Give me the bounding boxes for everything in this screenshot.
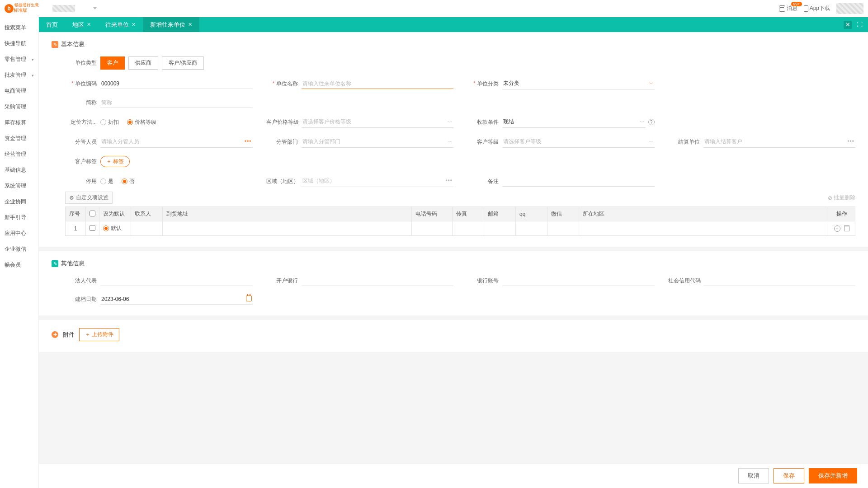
section-icon: ✎: [52, 41, 58, 48]
pay-condition-select[interactable]: 现结﹀: [502, 116, 646, 128]
unit-type-both[interactable]: 客户/供应商: [162, 56, 204, 70]
sidebar-item-member[interactable]: 畅会员: [0, 257, 38, 273]
sidebar-item-purchase[interactable]: 采购管理: [0, 99, 38, 115]
cell-ship-addr[interactable]: [163, 221, 412, 236]
cell-fax[interactable]: [453, 221, 484, 236]
pricing-level-radio[interactable]: 价格等级: [127, 118, 156, 126]
section-title-attach: 附件: [63, 331, 75, 339]
add-row-button[interactable]: +: [834, 225, 840, 232]
table-row: 1 默认 +: [66, 221, 855, 236]
sidebar-item-guide[interactable]: 新手引导: [0, 210, 38, 225]
sidebar-item-inventory[interactable]: 库存核算: [0, 115, 38, 131]
tab-home[interactable]: 首页: [39, 17, 65, 32]
tab-region[interactable]: 地区✕: [65, 17, 98, 32]
chevron-down-icon: ﹀: [649, 80, 654, 87]
col-region: 所在地区: [579, 207, 828, 221]
cell-region[interactable]: [579, 221, 828, 236]
sidebar-item-app-center[interactable]: 应用中心: [0, 225, 38, 241]
calendar-icon[interactable]: [246, 296, 252, 301]
app-download-label: App下载: [810, 5, 830, 12]
label-pricing-method: 定价方法...: [65, 118, 100, 126]
settle-unit-input[interactable]: 请输入结算客户•••: [703, 136, 856, 148]
caret-icon: ▾: [32, 73, 34, 78]
cust-price-level-select[interactable]: 请选择客户价格等级﹀: [302, 116, 454, 128]
save-and-new-button[interactable]: 保存并新增: [809, 468, 857, 483]
sidebar-item-wecom[interactable]: 企业微信: [0, 241, 38, 257]
upload-attachment-button[interactable]: ＋上传附件: [79, 328, 119, 341]
unit-code-input[interactable]: [100, 79, 253, 89]
sidebar-item-wholesale[interactable]: 批发管理▾: [0, 67, 38, 83]
short-name-input[interactable]: [100, 98, 253, 108]
row-default-radio[interactable]: 默认: [103, 225, 127, 232]
batch-delete-button[interactable]: ⊘批量删除: [828, 194, 855, 202]
user-avatar[interactable]: [836, 3, 863, 14]
col-check: [86, 207, 99, 221]
bank-account-input[interactable]: [502, 276, 655, 286]
section-title-other: 其他信息: [61, 259, 85, 267]
sidebar: 搜索菜单 快捷导航 零售管理▾ 批发管理▾ 电商管理 采购管理 库存核算 资金管…: [0, 17, 39, 488]
col-default: 设为默认: [99, 207, 131, 221]
cell-qq[interactable]: [516, 221, 547, 236]
unit-name-input[interactable]: [302, 79, 454, 89]
cell-wechat[interactable]: [547, 221, 579, 236]
sidebar-item-operation[interactable]: 经营管理: [0, 146, 38, 162]
col-qq: qq: [516, 207, 547, 221]
sidebar-item-retail[interactable]: 零售管理▾: [0, 52, 38, 67]
label-legal-rep: 法人代表: [65, 277, 100, 285]
label-pay-condition: 收款条件: [467, 118, 502, 126]
sidebar-item-ecommerce[interactable]: 电商管理: [0, 83, 38, 99]
add-tag-button[interactable]: ＋标签: [100, 156, 130, 167]
unit-type-supplier[interactable]: 供应商: [128, 56, 158, 70]
close-all-tabs-button[interactable]: ✕: [844, 21, 852, 29]
sidebar-item-system[interactable]: 系统管理: [0, 178, 38, 194]
message-icon: [779, 5, 785, 12]
remark-input[interactable]: [502, 176, 655, 187]
tab-new-partner[interactable]: 新增往来单位✕: [143, 17, 199, 32]
bank-input[interactable]: [302, 276, 454, 286]
legal-rep-input[interactable]: [100, 276, 253, 286]
save-button[interactable]: 保存: [774, 468, 804, 483]
disabled-no-radio[interactable]: 否: [122, 178, 135, 185]
unit-category-select[interactable]: 未分类﹀: [502, 78, 655, 89]
disabled-yes-radio[interactable]: 是: [100, 178, 113, 185]
sidebar-item-search-menu[interactable]: 搜索菜单: [0, 20, 38, 36]
custom-fields-button[interactable]: ⚙自定义项设置: [65, 192, 113, 204]
help-icon[interactable]: ?: [648, 119, 655, 125]
tab-partners[interactable]: 往来单位✕: [98, 17, 143, 32]
phone-icon: [804, 5, 808, 12]
label-remark: 备注: [467, 178, 502, 185]
cell-phone[interactable]: [412, 221, 453, 236]
company-selector[interactable]: [52, 5, 97, 12]
cancel-button[interactable]: 取消: [738, 468, 769, 483]
region-input[interactable]: 区域（地区）•••: [302, 175, 454, 187]
credit-code-input[interactable]: [703, 276, 856, 286]
create-date-input[interactable]: [100, 294, 253, 305]
label-short-name: 简称: [65, 99, 100, 107]
pricing-discount-radio[interactable]: 折扣: [100, 118, 119, 126]
dept-select[interactable]: 请输入分管部门﹀: [302, 136, 454, 148]
app-download-button[interactable]: App下载: [804, 5, 830, 12]
delete-row-button[interactable]: [844, 225, 849, 231]
cust-level-select[interactable]: 请选择客户等级﹀: [502, 136, 655, 148]
owner-input[interactable]: 请输入分管人员•••: [100, 136, 253, 148]
col-fax: 传真: [453, 207, 484, 221]
chevron-down-icon: ﹀: [640, 119, 645, 126]
label-cust-price-level: 客户价格等级: [266, 118, 302, 126]
content-area: ✎ 基本信息 单位类型 客户 供应商 客户/供应商: [39, 32, 868, 488]
close-icon[interactable]: ✕: [87, 22, 91, 28]
unit-type-customer[interactable]: 客户: [100, 56, 125, 70]
select-all-checkbox[interactable]: [90, 211, 95, 216]
cell-contact[interactable]: [131, 221, 163, 236]
sidebar-item-funds[interactable]: 资金管理: [0, 131, 38, 146]
cell-email[interactable]: [484, 221, 516, 236]
close-icon[interactable]: ✕: [188, 22, 192, 28]
row-checkbox[interactable]: [90, 225, 95, 231]
label-bank: 开户银行: [266, 277, 302, 285]
sidebar-item-basic-info[interactable]: 基础信息: [0, 162, 38, 178]
fullscreen-button[interactable]: ⛶: [855, 21, 863, 29]
close-icon[interactable]: ✕: [132, 22, 136, 28]
messages-button[interactable]: 消息 99+: [779, 5, 797, 12]
sidebar-item-collab[interactable]: 企业协同: [0, 194, 38, 210]
sidebar-item-quick-nav[interactable]: 快捷导航: [0, 36, 38, 52]
more-icon: •••: [445, 177, 453, 183]
